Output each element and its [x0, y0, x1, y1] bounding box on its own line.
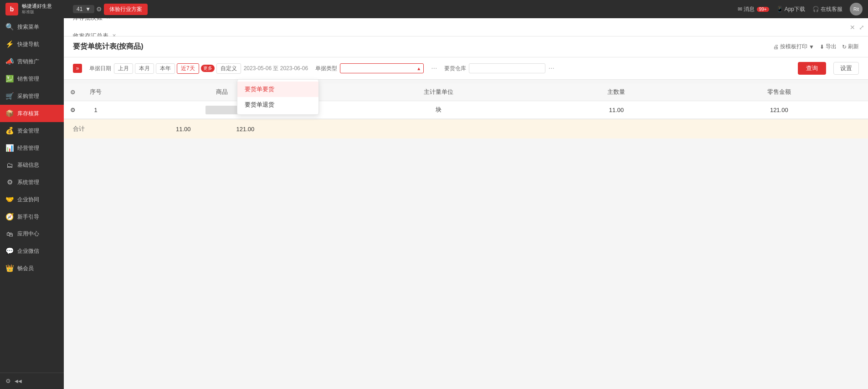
message-icon: ✉	[738, 6, 742, 12]
this-year-btn[interactable]: 本年	[156, 63, 175, 74]
sidebar-label-guide: 新手引导	[17, 213, 39, 221]
app-subtitle: 标准版	[22, 9, 52, 15]
sidebar-icon-finance: 💰	[5, 127, 14, 135]
print-icon: 🖨	[773, 44, 779, 50]
type-filter-label: 单据类型	[315, 65, 337, 72]
col-settings[interactable]: ⚙	[64, 83, 82, 101]
row-unit: 块	[334, 101, 543, 119]
sidebar-item-ops[interactable]: 📊 经营管理	[0, 139, 64, 157]
date-display: 2023-05-06 至 2023-06-06	[244, 65, 308, 72]
store-selector[interactable]: 41 ▼	[73, 5, 94, 13]
sidebar: 🔍 搜索菜单 ⚡ 快捷导航 📣 营销推广 💹 销售管理 🛒 采购管理 📦 库存核…	[0, 18, 64, 389]
sidebar-icon-quick-nav: ⚡	[5, 40, 14, 48]
this-month-btn[interactable]: 本月	[135, 63, 154, 74]
type-select-input[interactable]	[340, 63, 424, 73]
print-dropdown-icon: ▼	[809, 44, 814, 50]
dropdown-item-order-return[interactable]: 要货单退货	[237, 97, 318, 113]
content-area: 首页库存批次账✕收发存汇总表✕要货单统计表✕ ✕ ⤢ 要货单统计表(按商品) 🖨…	[64, 18, 868, 389]
nav-tab-close-inventory-batch[interactable]: ✕	[106, 18, 110, 20]
summary-row: 合计 11.00 121.00	[64, 119, 868, 138]
filter-expand-btn[interactable]: »	[73, 64, 82, 73]
settings-btn[interactable]: 设置	[833, 62, 859, 75]
main-layout: 🔍 搜索菜单 ⚡ 快捷导航 📣 营销推广 💹 销售管理 🛒 采购管理 📦 库存核…	[0, 18, 868, 389]
summary-qty: 11.00	[176, 126, 191, 133]
top-header: b 畅捷通好生意 标准版 41 ▼ ⚙ 体验行业方案 ✉ 消息 99+ 📱 Ap…	[0, 0, 868, 18]
user-avatar[interactable]: Rit	[850, 3, 863, 15]
sidebar-item-wechat-biz[interactable]: 💬 企业微信	[0, 242, 64, 260]
export-btn[interactable]: ⬇ 导出	[820, 43, 837, 51]
nav-tab-inventory-batch[interactable]: 库存批次账✕	[67, 18, 122, 27]
row-amount: 121.00	[690, 101, 868, 119]
more-date-badge[interactable]: 更多	[201, 65, 215, 72]
col-qty: 主数量	[543, 83, 690, 101]
last-month-btn[interactable]: 上月	[114, 63, 133, 74]
export-icon: ⬇	[820, 44, 824, 50]
sidebar-icon-enterprise: 🤝	[5, 195, 14, 204]
sidebar-icon-member: 👑	[5, 264, 14, 272]
row-qty: 11.00	[543, 101, 690, 119]
sidebar-label-inventory: 库存核算	[17, 110, 39, 118]
close-window-icon[interactable]: ✕	[850, 24, 855, 31]
sidebar-icon-ops: 📊	[5, 144, 14, 152]
col-unit: 主计量单位	[334, 83, 543, 101]
sidebar-item-marketing[interactable]: 📣 营销推广	[0, 53, 64, 70]
filter-more-btn[interactable]: ···	[431, 64, 437, 72]
sidebar-item-enterprise[interactable]: 🤝 企业协同	[0, 191, 64, 208]
sidebar-item-appstore[interactable]: 🛍 应用中心	[0, 225, 64, 242]
sidebar-item-quick-nav[interactable]: ⚡ 快捷导航	[0, 36, 64, 53]
warehouse-input[interactable]	[469, 63, 545, 73]
sidebar-item-search[interactable]: 🔍 搜索菜单	[0, 18, 64, 36]
sidebar-label-base: 基础信息	[17, 161, 39, 169]
sidebar-item-purchase[interactable]: 🛒 采购管理	[0, 87, 64, 105]
warehouse-more-btn[interactable]: ···	[548, 64, 554, 72]
sidebar-icon-sales: 💹	[5, 75, 14, 83]
nav-tab-label-inventory-batch: 库存批次账	[73, 18, 103, 22]
custom-date-btn[interactable]: 自定义	[216, 63, 241, 74]
chevron-down-icon: ▼	[85, 6, 91, 12]
page-title: 要货单统计表(按商品)	[73, 42, 144, 57]
sidebar-icon-inventory: 📦	[5, 109, 14, 118]
warehouse-filter-group: 要货仓库 ···	[444, 63, 554, 73]
warehouse-label: 要货仓库	[444, 65, 466, 72]
messages-badge: 99+	[757, 7, 769, 12]
sidebar-item-sales[interactable]: 💹 销售管理	[0, 70, 64, 87]
print-template-btn[interactable]: 🖨 按模板打印 ▼	[773, 43, 814, 51]
query-btn[interactable]: 查询	[798, 62, 826, 75]
last-7-days-btn[interactable]: 近7天	[177, 63, 199, 74]
sidebar-item-base[interactable]: 🗂 基础信息	[0, 157, 64, 174]
expand-icon[interactable]: ⤢	[859, 24, 864, 31]
page-header-actions: 🖨 按模板打印 ▼ ⬇ 导出 ↻ 刷新	[773, 43, 859, 56]
sidebar-label-search: 搜索菜单	[17, 23, 39, 31]
sidebar-label-purchase: 采购管理	[17, 92, 39, 100]
data-table: ⚙ 序号 商品 主计量单位 主数量 零售金额 ⚙ 1 块 11.00 12	[64, 83, 868, 119]
messages-btn[interactable]: ✉ 消息 99+	[738, 5, 769, 13]
sidebar-label-finance: 资金管理	[17, 127, 39, 135]
table-row: ⚙ 1 块 11.00 121.00	[64, 101, 868, 119]
trial-button[interactable]: 体验行业方案	[104, 4, 148, 15]
sidebar-settings-icon[interactable]: ⚙	[5, 378, 11, 384]
table-container: ⚙ 序号 商品 主计量单位 主数量 零售金额 ⚙ 1 块 11.00 12	[64, 83, 868, 119]
summary-amount: 121.00	[236, 126, 255, 133]
summary-data: 11.00 121.00	[103, 126, 254, 133]
sidebar-item-inventory[interactable]: 📦 库存核算	[0, 105, 64, 122]
sidebar-icon-purchase: 🛒	[5, 92, 14, 100]
sidebar-item-system[interactable]: ⚙ 系统管理	[0, 174, 64, 191]
online-service-btn[interactable]: 🎧 在线客服	[812, 5, 842, 13]
topbar-settings-icon[interactable]: ⚙	[96, 5, 102, 13]
sidebar-label-wechat-biz: 企业微信	[17, 247, 39, 255]
dropdown-item-order-request[interactable]: 要货单要货	[237, 82, 318, 97]
type-filter-group: 单据类型 ▲	[315, 63, 424, 73]
nav-tabs: 首页库存批次账✕收发存汇总表✕要货单统计表✕ ✕ ⤢	[64, 18, 868, 36]
date-filter-group: 单据日期 上月 本月 本年 近7天 更多 自定义 2023-05-06 至 20…	[89, 63, 308, 74]
sidebar-item-guide[interactable]: 🧭 新手引导	[0, 208, 64, 225]
app-download-btn[interactable]: 📱 App下载	[776, 5, 805, 13]
sidebar-item-member[interactable]: 👑 畅会员	[0, 260, 64, 277]
app-logo-icon: b	[5, 3, 18, 15]
refresh-btn[interactable]: ↻ 刷新	[842, 43, 859, 51]
type-dropdown-menu: 要货单要货 要货单退货	[237, 79, 319, 115]
sidebar-label-enterprise: 企业协同	[17, 196, 39, 204]
row-settings-icon[interactable]: ⚙	[64, 101, 82, 119]
headset-icon: 🎧	[812, 6, 819, 12]
sidebar-item-finance[interactable]: 💰 资金管理	[0, 122, 64, 139]
sidebar-collapse-icon[interactable]: ◀◀	[15, 379, 22, 384]
